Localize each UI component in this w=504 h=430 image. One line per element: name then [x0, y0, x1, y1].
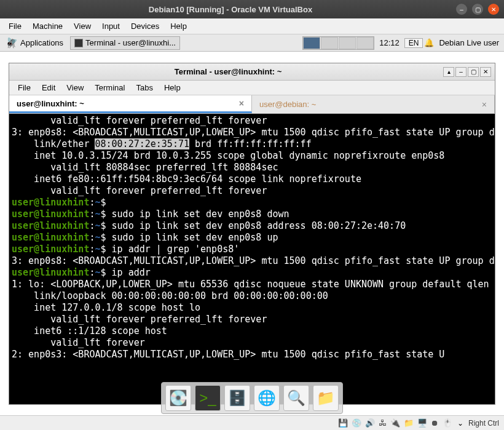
- vbox-menu-help[interactable]: Help: [165, 20, 192, 33]
- vbox-statusbar: 💾 💿 🔊 🖧 🔌 📁 🖥️ ⏺ 🖱️ ⌄ Right Ctrl: [0, 415, 504, 430]
- chevron-down-icon[interactable]: ⌄: [457, 419, 463, 428]
- vbox-menu-devices[interactable]: Devices: [126, 20, 164, 33]
- dock-terminal-icon[interactable]: >_: [195, 385, 221, 411]
- vbox-menu-view[interactable]: View: [69, 20, 96, 33]
- dock-folder-icon[interactable]: 📁: [313, 385, 339, 411]
- applications-label: Applications: [20, 38, 63, 47]
- terminal-minimize-button[interactable]: –: [455, 67, 467, 77]
- dock: 💽 >_ 🗄️ 🌐 🔍 📁: [161, 382, 343, 414]
- recording-icon[interactable]: ⏺: [431, 418, 439, 428]
- vbox-close-button[interactable]: ✕: [488, 4, 499, 15]
- vbox-minimize-button[interactable]: –: [456, 4, 467, 15]
- vbox-menubar: File Machine View Input Devices Help: [0, 18, 504, 34]
- vbox-menu-input[interactable]: Input: [97, 20, 125, 33]
- terminal-titlebar[interactable]: Terminal - user@linuxhint: ~ ▴ – ▢ ✕: [9, 63, 495, 81]
- user-label[interactable]: Debian Live user: [435, 38, 503, 47]
- shared-folder-icon[interactable]: 📁: [404, 418, 414, 428]
- term-menu-terminal[interactable]: Terminal: [90, 82, 130, 94]
- vbox-menu-file[interactable]: File: [4, 20, 26, 33]
- vbox-titlebar: Debian10 [Running] - Oracle VM VirtualBo…: [0, 0, 504, 18]
- tab-close-icon[interactable]: ×: [239, 98, 244, 108]
- vbox-maximize-button[interactable]: ▢: [472, 4, 483, 15]
- mouse-icon[interactable]: 🖱️: [443, 418, 452, 428]
- tab-label: user@debian: ~: [259, 100, 316, 109]
- panel-clock[interactable]: 12:12: [374, 38, 404, 47]
- applications-menu[interactable]: 🪰 Applications: [1, 35, 68, 50]
- terminal-icon: [74, 39, 83, 47]
- tab-linuxhint[interactable]: user@linuxhint: ~ ×: [9, 95, 252, 113]
- audio-icon[interactable]: 🔊: [365, 418, 375, 428]
- notification-icon[interactable]: 🔔: [423, 38, 435, 47]
- taskbar-terminal[interactable]: Terminal - user@linuxhi...: [70, 36, 180, 50]
- terminal-tabs: user@linuxhint: ~ × user@debian: ~ ×: [9, 95, 495, 114]
- taskbar-terminal-label: Terminal - user@linuxhi...: [85, 38, 176, 47]
- workspace-3[interactable]: [339, 37, 356, 49]
- term-menu-file[interactable]: File: [13, 82, 36, 94]
- workspace-1[interactable]: [303, 37, 320, 49]
- tab-close-icon[interactable]: ×: [482, 100, 487, 109]
- guest-panel: 🪰 Applications Terminal - user@linuxhi..…: [0, 34, 504, 52]
- terminal-body[interactable]: valid_lft forever preferred_lft forever …: [9, 114, 495, 404]
- highlighted-mac: 08:00:27:2e:35:71: [95, 138, 189, 149]
- workspace-4[interactable]: [356, 37, 374, 49]
- vbox-title: Debian10 [Running] - Oracle VM VirtualBo…: [5, 5, 456, 14]
- dock-file-manager-icon[interactable]: 🗄️: [224, 385, 250, 411]
- hdd-icon[interactable]: 💾: [338, 418, 348, 428]
- tab-label: user@linuxhint: ~: [17, 99, 84, 108]
- terminal-close-button[interactable]: ✕: [480, 67, 491, 77]
- optical-icon[interactable]: 💿: [352, 418, 361, 428]
- terminal-title: Terminal - user@linuxhint: ~: [13, 67, 443, 76]
- term-menu-edit[interactable]: Edit: [37, 82, 60, 94]
- vbox-menu-machine[interactable]: Machine: [28, 20, 68, 33]
- terminal-window: Terminal - user@linuxhint: ~ ▴ – ▢ ✕ Fil…: [9, 63, 495, 405]
- network-icon[interactable]: 🖧: [379, 418, 387, 428]
- hostkey-label: Right Ctrl: [468, 419, 499, 428]
- dock-globe-icon[interactable]: 🌐: [254, 385, 280, 411]
- dock-disk-icon[interactable]: 💽: [165, 385, 191, 411]
- terminal-menubar: File Edit View Terminal Tabs Help: [9, 81, 495, 95]
- term-menu-view[interactable]: View: [61, 82, 89, 94]
- term-menu-help[interactable]: Help: [159, 82, 186, 94]
- tab-debian[interactable]: user@debian: ~ ×: [252, 95, 495, 113]
- vbox-status-icons[interactable]: 💾 💿 🔊 🖧 🔌 📁 🖥️ ⏺ 🖱️: [338, 418, 452, 428]
- keyboard-indicator[interactable]: EN: [404, 38, 423, 48]
- workspace-2[interactable]: [321, 37, 338, 49]
- terminal-rollup-button[interactable]: ▴: [443, 67, 454, 77]
- terminal-maximize-button[interactable]: ▢: [468, 67, 479, 77]
- usb-icon[interactable]: 🔌: [390, 418, 400, 428]
- fly-icon: 🪰: [6, 37, 18, 49]
- term-menu-tabs[interactable]: Tabs: [131, 82, 157, 94]
- dock-magnifier-icon[interactable]: 🔍: [283, 385, 309, 411]
- display-icon[interactable]: 🖥️: [417, 418, 427, 428]
- workspace-switcher[interactable]: [302, 36, 374, 50]
